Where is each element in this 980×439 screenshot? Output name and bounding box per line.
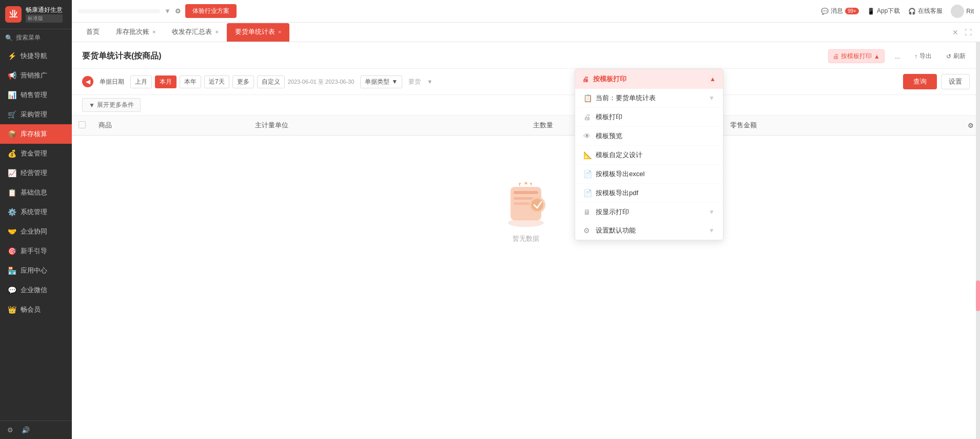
nav-label: 企业微信 <box>21 285 47 295</box>
dropdown-collapse-arrow[interactable]: ▲ <box>710 75 716 83</box>
sound-icon[interactable]: 🔊 <box>22 426 30 434</box>
tab-home[interactable]: 首页 <box>78 23 108 42</box>
dropdown-template-preview[interactable]: 👁 模板预览 <box>575 127 723 146</box>
select-all-checkbox[interactable] <box>79 121 86 128</box>
svg-point-6 <box>531 199 543 211</box>
refresh-label: 刷新 <box>953 52 966 61</box>
online-service-label: 在线客服 <box>918 7 943 15</box>
download-icon: 📱 <box>867 8 875 15</box>
dropdown-display-print[interactable]: 🖥 按显示打印 ▼ <box>575 203 723 221</box>
settings-button[interactable]: 设置 <box>941 74 970 89</box>
more-actions-button[interactable]: ... <box>891 51 904 62</box>
quick-nav-icon: ⚡ <box>7 51 16 61</box>
date-btn-more[interactable]: 更多 <box>232 75 254 88</box>
tab-receipts-summary-close[interactable]: × <box>215 29 218 35</box>
online-service-item[interactable]: 🎧 在线客服 <box>908 7 943 15</box>
dropdown-template-export-pdf[interactable]: 📄 按模板导出pdf <box>575 184 723 203</box>
user-avatar-item[interactable]: Rit <box>951 5 974 18</box>
dropdown-current-item[interactable]: 📋 当前：要货单统计表 ▼ <box>575 89 723 108</box>
type-filter-select[interactable]: 单据类型 ▼ <box>360 75 402 88</box>
app-download-item[interactable]: 📱 App下载 <box>867 7 900 15</box>
export-icon: ↑ <box>914 53 917 60</box>
sidebar-nav: ⚡ 快捷导航 📢 营销推广 📊 销售管理 🛒 采购管理 📦 库存核算 💰 资金管… <box>0 46 72 421</box>
username-label: Rit <box>966 8 974 15</box>
data-table: 商品 主计量单位 主数量 零售金额 ⚙ <box>72 116 980 136</box>
dropdown-template-export-excel[interactable]: 📄 按模板导出excel <box>575 165 723 184</box>
sidebar-item-finance[interactable]: 💰 资金管理 <box>0 144 72 163</box>
sidebar-item-member[interactable]: 👑 畅会员 <box>0 300 72 319</box>
notification-item[interactable]: 💬 消息 99+ <box>821 7 859 15</box>
date-btn-this-month[interactable]: 本月 <box>155 75 177 88</box>
template-preview-icon: 👁 <box>583 132 592 140</box>
date-filter-group: 上月 本月 本年 近7天 更多 自定义 2023-06-01 至 2023-06… <box>130 75 354 88</box>
export-excel-icon: 📄 <box>583 170 592 178</box>
col-checkbox <box>72 116 92 136</box>
system-icon: ⚙️ <box>7 207 16 217</box>
template-print-item-icon: 🖨 <box>583 113 592 121</box>
expand-more-conditions-btn[interactable]: ▼ 展开更多条件 <box>82 98 141 112</box>
sidebar-item-wechat[interactable]: 💬 企业微信 <box>0 280 72 300</box>
query-button[interactable]: 查询 <box>903 74 937 89</box>
sidebar-item-system[interactable]: ⚙️ 系统管理 <box>0 202 72 222</box>
settings-bottom-icon[interactable]: ⚙ <box>7 426 13 434</box>
wechat-icon: 💬 <box>7 285 16 295</box>
export-button[interactable]: ↑ 导出 <box>910 50 936 63</box>
topbar-settings-icon[interactable]: ⚙ <box>175 7 181 15</box>
filter-expand-btn[interactable]: ◀ <box>82 76 93 87</box>
tab-inventory-batch-close[interactable]: × <box>152 29 155 35</box>
date-btn-last-7days[interactable]: 近7天 <box>204 75 229 88</box>
printer-icon: 🖨 <box>833 53 839 60</box>
tabs-close-all-btn[interactable]: ✕ <box>950 26 961 39</box>
tab-inventory-batch[interactable]: 库存批次账 × <box>108 23 164 42</box>
tab-inventory-batch-label: 库存批次账 <box>116 27 149 36</box>
sidebar-item-appstore[interactable]: 🏪 应用中心 <box>0 261 72 280</box>
table-area: 商品 主计量单位 主数量 零售金额 ⚙ <box>72 116 980 439</box>
sidebar-item-inventory[interactable]: 📦 库存核算 <box>0 124 72 144</box>
industry-solution-button[interactable]: 体验行业方案 <box>185 4 237 18</box>
operation-icon: 📈 <box>7 168 16 178</box>
date-btn-custom[interactable]: 自定义 <box>257 75 285 88</box>
date-btn-this-year[interactable]: 本年 <box>180 75 201 88</box>
nav-label: 畅会员 <box>21 305 41 314</box>
sales-icon: 📊 <box>7 90 16 100</box>
export-pdf-icon: 📄 <box>583 189 592 197</box>
app-name: 畅康通好生意 <box>26 6 63 14</box>
dropdown-template-custom[interactable]: 📐 模板自定义设计 <box>575 146 723 165</box>
template-print-button[interactable]: 🖨 按模板打印 ▲ <box>828 49 885 63</box>
template-custom-icon: 📐 <box>583 151 592 159</box>
topbar-dropdown-icon[interactable]: ▼ <box>164 7 171 15</box>
tabs-control: ✕ ⛶ <box>950 26 974 39</box>
sidebar-item-collab[interactable]: 🤝 企业协同 <box>0 222 72 241</box>
appstore-icon: 🏪 <box>7 266 16 275</box>
dropdown-template-print[interactable]: 🖨 模板打印 <box>575 108 723 127</box>
dropdown-set-default[interactable]: ⚙ 设置默认功能 ▼ <box>575 221 723 240</box>
dropdown-title-text: 按模板打印 <box>593 74 626 84</box>
tab-order-stats-close[interactable]: × <box>278 29 281 35</box>
nav-label: 新手引导 <box>21 246 47 256</box>
type-filter-label: 单据类型 <box>365 78 389 86</box>
sidebar-item-marketing[interactable]: 📢 营销推广 <box>0 66 72 85</box>
tabs-maximize-btn[interactable]: ⛶ <box>963 26 974 39</box>
date-btn-last-month[interactable]: 上月 <box>130 75 152 88</box>
scrollbar-thumb[interactable] <box>976 280 980 311</box>
sidebar-item-guide[interactable]: 🎯 新手引导 <box>0 241 72 261</box>
svg-rect-2 <box>514 191 538 194</box>
tab-receipts-summary[interactable]: 收发存汇总表 × <box>164 23 226 42</box>
sidebar-item-purchase[interactable]: 🛒 采购管理 <box>0 105 72 124</box>
sidebar-item-sales[interactable]: 📊 销售管理 <box>0 85 72 105</box>
sidebar-item-quick-nav[interactable]: ⚡ 快捷导航 <box>0 46 72 66</box>
sidebar-item-basic[interactable]: 📋 基础信息 <box>0 183 72 202</box>
sidebar-search[interactable]: 🔍 搜索菜单 <box>0 29 72 46</box>
sidebar-item-operation[interactable]: 📈 经营管理 <box>0 163 72 183</box>
refresh-button[interactable]: ↺ 刷新 <box>942 50 970 63</box>
tab-order-stats[interactable]: 要货单统计表 × <box>227 23 289 42</box>
topbar-search[interactable] <box>78 9 160 13</box>
app-download-label: App下载 <box>877 7 900 15</box>
member-icon: 👑 <box>7 305 16 314</box>
service-icon: 🎧 <box>908 8 916 15</box>
dropdown-header[interactable]: 🖨 按模板打印 ▲ <box>575 69 723 89</box>
page-scrollbar[interactable] <box>976 42 980 439</box>
page-title: 要货单统计表(按商品) <box>82 51 162 62</box>
empty-illustration <box>495 177 557 228</box>
order-type-dropdown-icon[interactable]: ▼ <box>427 79 433 85</box>
